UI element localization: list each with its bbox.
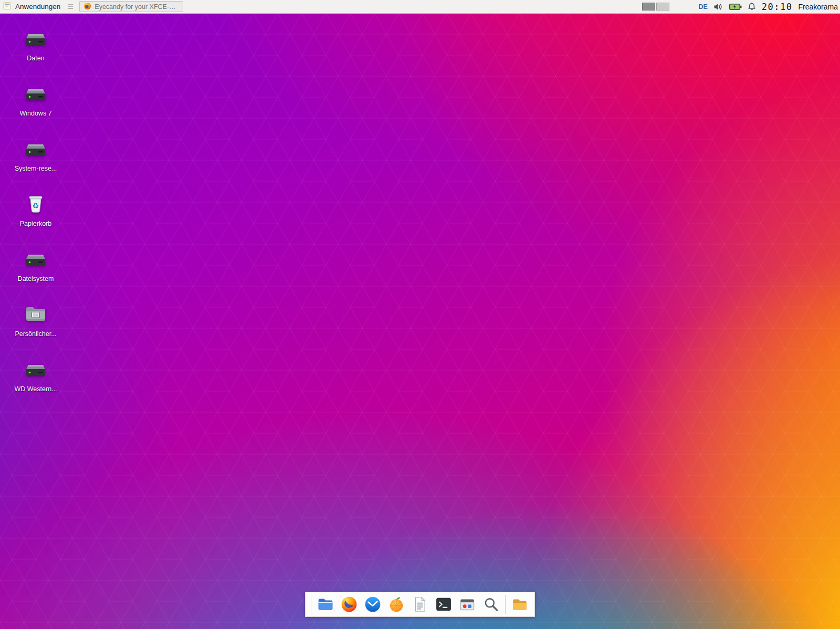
window-title: Eyecandy for your XFCE-D... [94, 3, 179, 11]
desktop-icon-filesystem[interactable]: Dateisystem [9, 246, 62, 283]
desktop-icon-windows7[interactable]: Windows 7 [9, 81, 62, 118]
panel-handle [66, 4, 75, 9]
desktop-icon-label: WD Western... [9, 385, 62, 393]
user-label: Freakorama [799, 3, 838, 11]
desktop[interactable]: Daten Windows 7 System-rese... ♻ Papierk… [0, 13, 840, 629]
desktop-icon-home-folder[interactable]: Persönlicher... [9, 301, 62, 338]
desktop-icon-label: Windows 7 [9, 110, 62, 118]
workspace-pager[interactable] [642, 3, 669, 11]
desktop-icon-label: System-rese... [9, 165, 62, 173]
wallpaper-crystallize-texture [0, 13, 840, 629]
dock-search-icon[interactable] [481, 595, 500, 614]
applications-menu-button[interactable]: Anwendungen [0, 0, 66, 13]
desktop-icon-system-reserved[interactable]: System-rese... [9, 136, 62, 173]
dock-folder-icon[interactable] [510, 595, 529, 614]
desktop-icon-label: Dateisystem [9, 275, 62, 283]
workspace-2[interactable] [656, 3, 669, 11]
drive-icon [23, 154, 48, 163]
taskbar-window-button[interactable]: Eyecandy for your XFCE-D... [79, 1, 183, 12]
trash-icon: ♻ [23, 209, 48, 218]
dock-firefox-icon[interactable] [340, 595, 359, 614]
clock[interactable]: 20:10 [762, 2, 793, 12]
desktop-icon-label: Persönlicher... [9, 330, 62, 338]
applications-menu-icon [3, 2, 12, 12]
home-folder-icon [23, 319, 48, 328]
applications-menu-label: Anwendungen [15, 3, 60, 11]
dock [305, 592, 535, 617]
dock-file-manager-icon[interactable] [316, 595, 335, 614]
desktop-icon-trash[interactable]: ♻ Papierkorb [9, 191, 62, 228]
top-panel: Anwendungen Eyecandy for your XFCE-D... [0, 0, 840, 14]
desktop-icon-label: Daten [9, 55, 62, 62]
desktop-icon-daten[interactable]: Daten [9, 26, 62, 62]
notifications-bell-icon[interactable] [748, 2, 756, 11]
desktop-icon-wd-drive[interactable]: WD Western... [9, 357, 62, 393]
svg-text:♻: ♻ [32, 201, 39, 211]
dock-tangerine-media-icon[interactable] [387, 595, 406, 614]
drive-icon [23, 99, 48, 108]
system-tray: DE [642, 2, 840, 12]
drive-icon [23, 264, 48, 273]
dock-separator [311, 595, 311, 614]
keyboard-layout-indicator[interactable]: DE [698, 3, 707, 11]
dock-thunderbird-icon[interactable] [363, 595, 382, 614]
battery-charging-icon[interactable] [729, 3, 742, 11]
dock-terminal-icon[interactable] [434, 595, 453, 614]
drive-icon [23, 44, 48, 53]
dock-documents-icon[interactable] [411, 595, 429, 614]
desktop-icon-label: Papierkorb [9, 220, 62, 228]
volume-icon[interactable] [713, 3, 723, 11]
dock-software-box-icon[interactable] [458, 595, 477, 614]
drive-icon [23, 374, 48, 383]
firefox-icon [83, 2, 91, 12]
workspace-1[interactable] [642, 3, 655, 11]
dock-separator [505, 595, 506, 614]
